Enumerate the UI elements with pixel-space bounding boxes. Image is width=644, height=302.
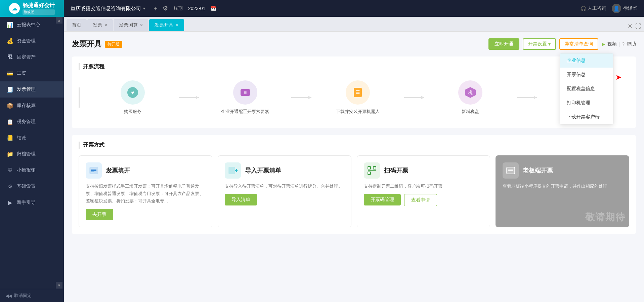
- sidebar: ▲ 📊 云报表中心 💰 资金管理 🏗 固定资产 💳 工资 🧾 发票管理: [0, 17, 64, 302]
- tab-fapiao-close[interactable]: ✕: [104, 23, 108, 28]
- dropdown-printer-label: 打印机管理: [567, 100, 590, 106]
- flow-label-1: 购买服务: [124, 109, 141, 115]
- company-dropdown-icon: ▾: [143, 6, 145, 11]
- user-info[interactable]: 👤 徐泽华: [612, 4, 637, 13]
- method-card-fill: 发票填开 支持按照发票样式手工填开发票；可开具增值税电子普通发票、增值税普通发票…: [79, 155, 212, 227]
- gudingzichan-icon: 🏗: [7, 54, 13, 61]
- add-button[interactable]: ＋: [153, 4, 159, 12]
- method-fill-name: 发票填开: [106, 166, 130, 175]
- tab-fapiaocesuan-close[interactable]: ✕: [140, 23, 143, 28]
- page-content: 发票开具 待开通 立即开通 开票设置 ▾ 企业信息: [64, 32, 644, 302]
- flow-connector-3: [404, 97, 424, 98]
- tab-close-all[interactable]: ✕: [628, 23, 633, 30]
- sidebar-item-kucun[interactable]: 📦 库存核算: [0, 98, 64, 114]
- video-help-row: ▶ 视频 | ? 帮助: [602, 41, 636, 47]
- sidebar-scroll-down[interactable]: ▼: [56, 282, 62, 289]
- tab-fapiao[interactable]: 发票 ✕: [87, 19, 113, 31]
- sidebar-item-zijin[interactable]: 💰 资金管理: [0, 33, 64, 49]
- kucun-icon: 📦: [7, 102, 13, 109]
- sidebar-item-shuiwu[interactable]: 📋 税务管理: [0, 114, 64, 130]
- page-title: 发票开具: [72, 39, 101, 49]
- dropdown-invoice-info-label: 开票信息: [567, 72, 586, 78]
- svg-text:☰: ☰: [356, 89, 360, 95]
- cancel-pin-label: 取消固定: [14, 293, 32, 299]
- content-area: 首页 发票 ✕ 发票测算 ✕ 发票开具 ✕ ✕ ⛶ 发票开具: [64, 17, 644, 302]
- sidebar-item-jiezhang[interactable]: 📒 结账: [0, 130, 64, 146]
- settings-dropdown-arrow: ▾: [548, 41, 551, 47]
- status-badge: 待开通: [105, 41, 122, 48]
- logo-icon: ☁: [9, 3, 20, 14]
- user-avatar: 👤: [612, 4, 621, 13]
- calendar-icon[interactable]: 📅: [211, 6, 216, 11]
- top-bar: ☁ 畅捷通好会计 旗舰版 重庆畅捷交通信息咨询有限公司 ▾ ＋ ⚙ 账期 202…: [0, 0, 644, 17]
- video-label[interactable]: 视频: [607, 41, 617, 47]
- tab-fapiaokaju[interactable]: 发票开具 ✕: [149, 19, 184, 31]
- flow-connector-2: [291, 97, 311, 98]
- flow-step-3: ☰ 下载并安装开票机器人: [311, 80, 404, 115]
- company-selector[interactable]: 重庆畅捷交通信息咨询有限公司 ▾: [71, 5, 147, 12]
- xinshou-icon: ▶: [7, 199, 13, 206]
- method-fill-btn[interactable]: 去开票: [86, 209, 113, 220]
- exception-list-button[interactable]: 异常清单查询: [559, 38, 598, 50]
- tab-home[interactable]: 首页: [67, 19, 87, 31]
- method-boss-name: 老板端开票: [523, 166, 553, 175]
- consult-button[interactable]: 🎧 人工咨询: [581, 5, 606, 11]
- dropdown-item-printer[interactable]: 打印机管理: [560, 96, 613, 110]
- sidebar-item-xiaochang[interactable]: © 小畅报销: [0, 162, 64, 178]
- shuiwu-icon: 📋: [7, 118, 13, 125]
- dropdown-company-info-label: 企业信息: [567, 58, 586, 64]
- sidebar-item-jichu[interactable]: ⚙ 基础设置: [0, 178, 64, 194]
- sidebar-item-guidang[interactable]: 📁 归档管理: [0, 146, 64, 162]
- method-scan-btn1[interactable]: 开票码管理: [364, 194, 401, 205]
- page-header: 发票开具 待开通 立即开通 开票设置 ▾ 企业信息: [72, 38, 636, 50]
- settings-dropdown-menu: 企业信息 开票信息 配置税盘信息 打印机管理: [560, 53, 613, 124]
- tab-fapiaocesuan[interactable]: 发票测算 ✕: [114, 19, 148, 31]
- activate-button[interactable]: 立即开通: [488, 38, 519, 50]
- logo-text: 畅捷通好会计: [23, 2, 55, 8]
- sidebar-item-label: 云报表中心: [17, 22, 40, 28]
- help-label[interactable]: 帮助: [627, 41, 636, 47]
- settings-icon[interactable]: ⚙: [163, 5, 168, 12]
- tab-fapiaokaju-close[interactable]: ✕: [175, 23, 179, 28]
- method-scan-desc: 支持定制开票二维码，客户端可扫码开票: [364, 183, 483, 190]
- dropdown-item-tax-config[interactable]: 配置税盘信息: [560, 82, 613, 96]
- jiezhang-icon: 📒: [7, 135, 13, 141]
- sidebar-item-label: 资金管理: [17, 38, 36, 44]
- method-card-import: 导入开票清单 支持导入待开票清单，可对待开票清单进行拆分、合并处理。 导入清单: [218, 155, 351, 227]
- sidebar-item-xinshou[interactable]: ▶ 新手引导: [0, 194, 64, 211]
- flow-icon-3: ☰: [346, 80, 370, 105]
- top-right: 🎧 人工咨询 👤 徐泽华: [581, 4, 644, 13]
- user-name: 徐泽华: [623, 5, 637, 11]
- logo-sub: 旗舰版: [23, 9, 55, 15]
- sidebar-item-gudingzichan[interactable]: 🏗 固定资产: [0, 49, 64, 65]
- settings-button[interactable]: 开票设置 ▾: [523, 38, 556, 50]
- sidebar-scroll-up[interactable]: ▲: [56, 17, 62, 24]
- separator: |: [619, 41, 620, 47]
- method-import-btn[interactable]: 导入清单: [225, 194, 257, 205]
- flow-step-2: ≡ 企业开通配置开票六要素: [199, 80, 291, 115]
- flow-label-3: 下载并安装开票机器人: [336, 109, 380, 115]
- tab-maximize[interactable]: ⛶: [635, 23, 641, 30]
- method-fill-icon: [86, 162, 102, 179]
- sidebar-item-label: 税务管理: [17, 119, 36, 125]
- dropdown-download-client-label: 下载开票客户端: [567, 114, 600, 120]
- sidebar-item-gongzi[interactable]: 💳 工资: [0, 65, 64, 81]
- sidebar-cancel-pin[interactable]: ◀◀ 取消固定: [0, 289, 64, 302]
- dropdown-item-download-client[interactable]: 下载开票客户端: [560, 110, 613, 124]
- dropdown-item-invoice-info[interactable]: 开票信息: [560, 68, 613, 82]
- method-scan-btn2[interactable]: 查看申请: [404, 194, 437, 206]
- svg-text:税: 税: [468, 90, 473, 95]
- method-import-desc: 支持导入待开票清单，可对待开票清单进行拆分、合并处理。: [225, 183, 344, 190]
- flow-icon-4: 税: [458, 80, 482, 105]
- pin-icon: ◀◀: [5, 293, 12, 298]
- sidebar-item-yunbao[interactable]: 📊 云报表中心: [0, 17, 64, 33]
- dropdown-item-company-info[interactable]: 企业信息: [560, 53, 613, 68]
- flow-steps: ♥ 购买服务 ≡ 企业开通配置开票六要素: [79, 77, 629, 121]
- play-circle-icon: ▶: [602, 41, 605, 47]
- sidebar-item-fapiao[interactable]: 🧾 发票管理: [0, 81, 64, 98]
- method-scan-btns: 开票码管理 查看申请: [364, 194, 483, 206]
- company-name: 重庆畅捷交通信息咨询有限公司: [71, 5, 141, 12]
- guidang-icon: 📁: [7, 151, 13, 157]
- sidebar-item-label: 发票管理: [17, 86, 36, 92]
- svg-rect-14: [229, 167, 235, 174]
